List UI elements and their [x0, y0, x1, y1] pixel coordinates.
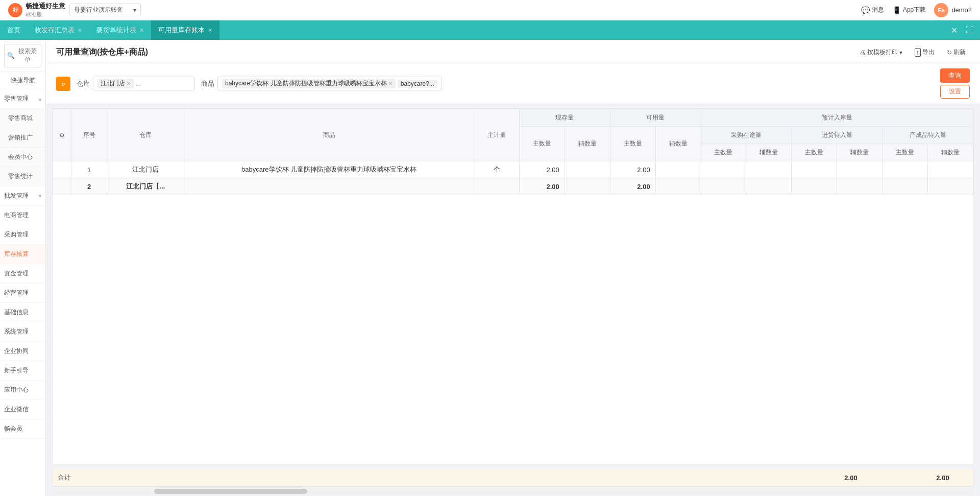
tab-keyongliang-label: 可用量库存账本	[158, 26, 205, 35]
sidebar-item-purchase[interactable]: 采购管理	[0, 225, 45, 245]
cell-avail-main: 2.00	[610, 161, 655, 178]
logo-area: 好 畅捷通好生意 标准版	[8, 2, 65, 18]
sidebar-item-retail-stats[interactable]: 零售统计	[0, 167, 45, 186]
tab-shoufacun[interactable]: 收发存汇总表 ✕	[28, 20, 89, 40]
th-purchase-transit: 采购在途量	[701, 127, 792, 144]
top-bar: 好 畅捷通好生意 标准版 母婴行业演示账套 消息 App下载 Ea demo2	[0, 0, 980, 20]
sidebar-item-wholesale[interactable]: 批发管理 ▾	[0, 186, 45, 206]
sidebar-item-ops[interactable]: 经营管理	[0, 284, 45, 303]
sidebar-retail-mall-label: 零售商城	[8, 114, 33, 123]
warehouse-filter-label: 仓库	[77, 79, 90, 88]
user-profile[interactable]: Ea demo2	[934, 3, 972, 17]
th-product: 商品	[184, 109, 474, 161]
industry-label: 母婴行业演示账套	[74, 6, 123, 14]
cell-incoming-main	[792, 161, 837, 178]
tab-shoufacun-label: 收发存汇总表	[35, 26, 75, 35]
horizontal-scrollbar[interactable]	[52, 489, 974, 494]
content-area: 可用量查询(按仓库+商品) 🖨 按模板打印 ▾ ↑ 导出 ↻ 刷新	[46, 40, 980, 496]
page-title: 可用量查询(按仓库+商品)	[56, 47, 148, 58]
warehouse-tag-close[interactable]: ✕	[127, 81, 131, 86]
sidebar-item-basic[interactable]: 基础信息	[0, 303, 45, 322]
filter-bar: 仓库 江北门店 ✕ ... 商品 babycare学饮杯 儿童防摔防撞吸管杯重力…	[46, 63, 980, 104]
user-name: demo2	[951, 6, 972, 14]
page-header: 可用量查询(按仓库+商品) 🖨 按模板打印 ▾ ↑ 导出 ↻ 刷新	[46, 40, 980, 63]
export-icon: ↑	[915, 48, 921, 57]
sidebar-ecom-label: 电商管理	[4, 211, 29, 220]
th-finished-aux: 辅数量	[927, 144, 973, 161]
sidebar-item-enterprise-wechat[interactable]: 企业微信	[0, 400, 45, 419]
tab-fullscreen-icon[interactable]: ⛶	[964, 23, 976, 37]
cell-product-2	[184, 178, 474, 195]
cell-settings-2	[53, 178, 71, 195]
sidebar-item-inventory[interactable]: 库存核算	[0, 245, 45, 264]
sidebar-quick-nav[interactable]: 快捷导航	[0, 72, 45, 89]
sidebar-enterprise-wechat-label: 企业微信	[4, 405, 29, 414]
cell-warehouse: 江北门店	[107, 161, 184, 178]
top-bar-right: 消息 App下载 Ea demo2	[861, 3, 972, 17]
tab-keyongliang[interactable]: 可用量库存账本 ✕	[151, 20, 219, 40]
th-settings[interactable]: ⚙	[53, 109, 71, 161]
logo-text: 畅捷通好生意	[26, 2, 65, 11]
sidebar-item-marketing[interactable]: 营销推广	[0, 128, 45, 148]
cell-pur-transit-main-2	[701, 178, 746, 195]
warehouse-tag: 江北门店 ✕	[97, 79, 134, 88]
quick-nav-label: 快捷导航	[11, 77, 35, 84]
print-chevron-icon: ▾	[899, 49, 902, 56]
sidebar-ops-label: 经营管理	[4, 289, 29, 297]
sidebar-item-retail-mgmt[interactable]: 零售管理 ▴	[0, 89, 45, 109]
avatar: Ea	[934, 3, 948, 17]
query-button[interactable]: 查询	[940, 68, 970, 83]
refresh-button[interactable]: ↻ 刷新	[943, 46, 970, 59]
cell-no-2: 2	[71, 178, 107, 195]
product-filter-input[interactable]: babycare学饮杯 儿童防摔防撞吸管杯重力球吸嘴杯宝宝水杯 ✕ babyca…	[217, 77, 442, 90]
tab-yaohuo[interactable]: 要货单统计表 ✕	[89, 20, 151, 40]
warehouse-more-indicator[interactable]: ...	[136, 80, 141, 87]
print-button[interactable]: 🖨 按模板打印 ▾	[855, 46, 906, 59]
cell-unit: 个	[474, 161, 520, 178]
industry-selector[interactable]: 母婴行业演示账套	[69, 4, 141, 16]
product-filter-label: 商品	[201, 79, 214, 88]
cell-finished-aux-2	[927, 178, 973, 195]
inventory-table: ⚙ 序号 仓库 商品 主计量 现存量 可用量 预计入库量 主数量 辅数量 主数量	[53, 109, 973, 195]
message-label: 消息	[872, 6, 884, 14]
tab-keyongliang-close[interactable]: ✕	[208, 27, 212, 34]
sidebar-item-enterprise-collab[interactable]: 企业协同	[0, 342, 45, 361]
sidebar-retail-mgmt-label: 零售管理	[4, 95, 29, 103]
gear-icon: ⚙	[59, 132, 65, 139]
tab-shoufacun-close[interactable]: ✕	[78, 27, 82, 34]
export-button[interactable]: ↑ 导出	[911, 46, 939, 59]
product-tag-1-text: babycare学饮杯 儿童防摔防撞吸管杯重力球吸嘴杯宝宝水杯	[225, 79, 387, 88]
cell-unit-2	[474, 178, 520, 195]
settings-button[interactable]: 设置	[940, 85, 970, 99]
print-icon: 🖨	[860, 49, 866, 56]
app-download-button[interactable]: App下载	[892, 6, 926, 14]
sidebar-item-retail-mall[interactable]: 零售商城	[0, 109, 45, 128]
sidebar-item-vip[interactable]: 畅会员	[0, 419, 45, 439]
sidebar-item-ecom[interactable]: 电商管理	[0, 206, 45, 225]
warehouse-tag-text: 江北门店	[101, 79, 125, 88]
message-button[interactable]: 消息	[861, 6, 884, 14]
scrollbar-thumb[interactable]	[154, 489, 307, 494]
product-tag-1-close[interactable]: ✕	[388, 81, 393, 86]
sidebar-item-system[interactable]: 系统管理	[0, 322, 45, 342]
th-pur-transit-main: 主数量	[701, 144, 746, 161]
tab-yaohuo-label: 要货单统计表	[96, 26, 136, 35]
footer-avail-main: 2.00	[917, 474, 968, 482]
sidebar-item-member[interactable]: 会员中心	[0, 148, 45, 167]
sidebar-item-finance[interactable]: 资金管理	[0, 264, 45, 284]
warehouse-filter-input[interactable]: 江北门店 ✕ ...	[93, 77, 195, 90]
nav-tabs: 首页 收发存汇总表 ✕ 要货单统计表 ✕ 可用量库存账本 ✕ ✕ ⛶	[0, 20, 980, 40]
tab-close-all-icon[interactable]: ✕	[949, 23, 960, 37]
main-layout: 🔍 搜索菜单 快捷导航 零售管理 ▴ 零售商城 营销推广 会员中心 零售统计 批…	[0, 40, 980, 496]
tab-home[interactable]: 首页	[0, 20, 28, 40]
tab-yaohuo-close[interactable]: ✕	[139, 27, 144, 34]
cell-stock-aux	[565, 161, 610, 178]
cell-finished-main	[883, 161, 928, 178]
sidebar-item-app-center[interactable]: 应用中心	[0, 381, 45, 400]
avatar-text: Ea	[938, 7, 945, 13]
search-menu-button[interactable]: 🔍 搜索菜单	[4, 44, 41, 67]
sidebar-item-new-guide[interactable]: 新手引导	[0, 361, 45, 381]
th-no: 序号	[71, 109, 107, 161]
th-avail-aux: 辅数量	[655, 127, 701, 161]
filter-toggle-button[interactable]	[56, 77, 70, 91]
